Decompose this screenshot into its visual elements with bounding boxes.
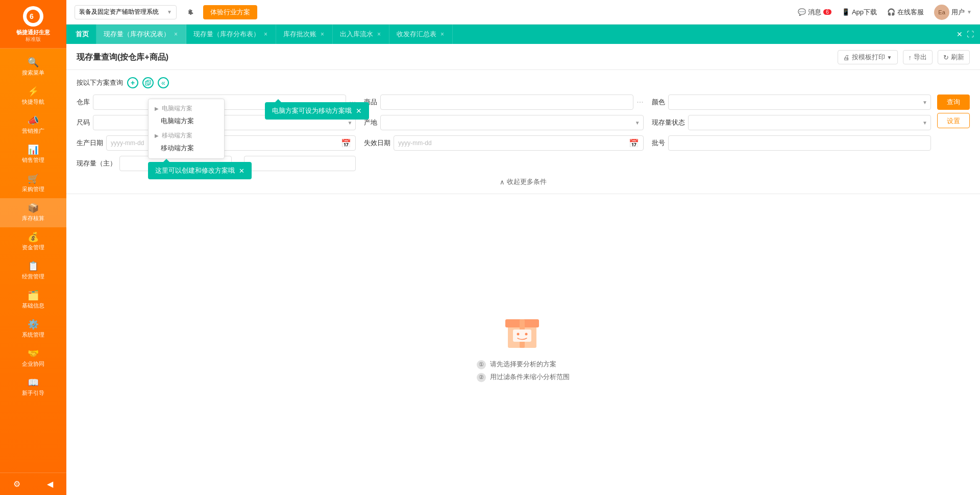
refresh-icon: ↻ xyxy=(943,54,949,61)
scheme-item-mobile-label: 移动端方案 xyxy=(161,144,194,152)
tab-inventory-status-close[interactable]: × xyxy=(173,31,179,38)
sidebar-item-purchase[interactable]: 🛒 采购管理 xyxy=(0,169,66,198)
tab-maximize-icon[interactable]: ⛶ xyxy=(967,30,974,38)
tab-inout-flow[interactable]: 出入库流水 × xyxy=(333,25,389,44)
prod-date-placeholder: yyyy-mm-dd xyxy=(111,139,144,147)
user-dropdown-icon: ▼ xyxy=(967,9,972,15)
user-menu[interactable]: Ea 用户 ▼ xyxy=(934,5,972,20)
color-select[interactable]: ▼ xyxy=(668,95,931,110)
page-header-top: 现存量查询(按仓库+商品) 🖨 按模板打印 ▼ ↑ 导出 ↻ 刷新 xyxy=(77,50,970,64)
message-btn[interactable]: 💬 消息 6 xyxy=(798,8,831,17)
batch-input[interactable] xyxy=(668,135,931,151)
message-badge: 6 xyxy=(823,9,831,15)
prod-date-calendar-icon: 📅 xyxy=(341,138,351,148)
avatar-text: Ea xyxy=(938,9,945,15)
sidebar: 6 畅捷通好生意 标准版 🔍 搜索菜单 ⚡ 快捷导航 📣 营销推广 📊 销售管理… xyxy=(0,0,66,495)
batch-label: 批号 xyxy=(652,138,665,148)
empty-tip-2-text: 用过滤条件来缩小分析范围 xyxy=(490,372,570,382)
online-support-btn[interactable]: 🎧 在线客服 xyxy=(887,8,924,17)
tab-inventory-dist-close[interactable]: × xyxy=(263,31,268,38)
edit-tooltip-close[interactable]: ✕ xyxy=(239,167,244,175)
stock-main-to[interactable] xyxy=(244,156,356,171)
tab-close-all-icon[interactable]: ✕ xyxy=(957,30,963,38)
sidebar-item-system[interactable]: ⚙️ 系统管理 xyxy=(0,315,66,344)
filter-action-col: 查询 设置 xyxy=(931,95,970,173)
sidebar-item-sales[interactable]: 📊 销售管理 xyxy=(0,140,66,169)
edit-tooltip-text: 这里可以创建和修改方案哦 xyxy=(155,166,235,175)
sidebar-settings-btn[interactable]: ⚙ xyxy=(13,479,20,489)
sidebar-label-sales: 销售管理 xyxy=(22,156,44,164)
app-download-label: App下载 xyxy=(852,8,877,17)
marketing-icon: 📣 xyxy=(28,116,39,125)
scheme-group-mobile-label: 移动端方案 xyxy=(162,131,192,140)
sidebar-item-basic[interactable]: 🗂️ 基础信息 xyxy=(0,286,66,315)
sidebar-label-operation: 经营管理 xyxy=(22,273,44,280)
header-left: 装备及固定资产辅助管理系统 ▼ 体验行业方案 xyxy=(75,5,257,19)
filter-color: 颜色 ▼ xyxy=(652,95,931,110)
expire-date-input[interactable]: yyyy-mm-dd 📅 xyxy=(394,135,643,151)
sidebar-item-search[interactable]: 🔍 搜索菜单 xyxy=(0,53,66,82)
sidebar-item-inventory[interactable]: 📦 库存核算 xyxy=(0,198,66,227)
app-download-btn[interactable]: 📱 App下载 xyxy=(842,8,877,17)
sidebar-label-basic: 基础信息 xyxy=(22,302,44,310)
filter-add-btn[interactable]: + xyxy=(127,77,138,88)
sidebar-item-finance[interactable]: 💰 资金管理 xyxy=(0,227,66,256)
sales-icon: 📊 xyxy=(28,145,39,154)
tab-inventory-status[interactable]: 现存量（库存状况表） × xyxy=(96,25,186,44)
scheme-tooltip-text: 电脑方案可设为移动方案哦 xyxy=(272,106,352,115)
tab-batch-ledger[interactable]: 库存批次账 × xyxy=(276,25,333,44)
sidebar-collapse-btn[interactable]: ◀ xyxy=(47,479,53,489)
refresh-label: 刷新 xyxy=(951,53,964,62)
sidebar-label-inventory: 库存核算 xyxy=(22,215,44,222)
stock-status-label: 现存量状态 xyxy=(652,118,685,127)
basic-icon: 🗂️ xyxy=(28,291,39,300)
sidebar-item-quick-nav[interactable]: ⚡ 快捷导航 xyxy=(0,82,66,111)
settings-btn[interactable] xyxy=(183,5,197,19)
industry-btn[interactable]: 体验行业方案 xyxy=(203,5,257,19)
goods-input[interactable] xyxy=(380,95,633,110)
sidebar-item-guide[interactable]: 📖 新手引导 xyxy=(0,373,66,402)
goods-dots[interactable]: ··· xyxy=(636,98,643,107)
tab-recv-total-close[interactable]: × xyxy=(439,31,445,38)
tab-inventory-dist[interactable]: 现存量（库存分布表） × xyxy=(186,25,276,44)
sidebar-label-quicknav: 快捷导航 xyxy=(22,98,44,106)
search-icon: 🔍 xyxy=(28,58,39,67)
sidebar-label-purchase: 采购管理 xyxy=(22,185,44,193)
prod-date-input[interactable]: yyyy-mm-dd 📅 xyxy=(106,135,356,151)
tab-recv-total[interactable]: 收发存汇总表 × xyxy=(389,25,453,44)
scheme-group-pc-label: 电脑端方案 xyxy=(162,104,192,113)
export-label: 导出 xyxy=(914,53,927,62)
sidebar-label-coop: 企业协同 xyxy=(22,360,44,368)
system-dropdown[interactable]: 装备及固定资产辅助管理系统 ▼ xyxy=(75,5,177,19)
refresh-btn[interactable]: ↻ 刷新 xyxy=(938,50,970,64)
tab-batch-ledger-close[interactable]: × xyxy=(320,31,325,38)
export-icon: ↑ xyxy=(909,54,912,61)
filter-copy-btn[interactable] xyxy=(142,77,154,88)
empty-tip-2: ② 用过滤条件来缩小分析范围 xyxy=(477,372,570,382)
expire-date-calendar-icon: 📅 xyxy=(629,138,639,148)
tab-home[interactable]: 首页 xyxy=(68,25,96,44)
origin-select[interactable]: ▼ xyxy=(380,115,643,130)
sidebar-item-coop[interactable]: 🤝 企业协同 xyxy=(0,344,66,373)
logo-icon: 6 xyxy=(23,6,43,27)
filter-back-btn[interactable]: « xyxy=(158,77,169,88)
export-btn[interactable]: ↑ 导出 xyxy=(903,50,933,64)
reset-btn[interactable]: 设置 xyxy=(937,113,970,128)
sidebar-item-operation[interactable]: 📋 经营管理 xyxy=(0,256,66,286)
edit-tooltip-arrow xyxy=(163,159,169,162)
query-btn[interactable]: 查询 xyxy=(937,95,970,110)
print-btn[interactable]: 🖨 按模板打印 ▼ xyxy=(838,50,898,64)
scheme-item-mobile[interactable]: 移动端方案 xyxy=(149,141,224,155)
empty-tips: ① 请先选择要分析的方案 ② 用过滤条件来缩小分析范围 xyxy=(477,360,570,382)
tab-recv-total-label: 收发存汇总表 xyxy=(397,30,436,39)
page-title: 现存量查询(按仓库+商品) xyxy=(77,52,168,63)
tab-inout-flow-close[interactable]: × xyxy=(376,31,382,38)
stock-status-select[interactable]: ▼ xyxy=(688,115,931,130)
scheme-item-pc[interactable]: 电脑端方案 xyxy=(149,114,224,128)
logo-text: 畅捷通好生意 xyxy=(16,29,50,36)
filter-area: 按以下方案查询 + « 电脑方案可设为移动方案哦 ✕ xyxy=(66,70,980,194)
phone-icon: 📱 xyxy=(842,8,850,16)
scheme-tooltip-close[interactable]: ✕ xyxy=(356,107,362,115)
sidebar-item-marketing[interactable]: 📣 营销推广 xyxy=(0,111,66,140)
empty-tip-1: ① 请先选择要分析的方案 xyxy=(477,360,570,369)
